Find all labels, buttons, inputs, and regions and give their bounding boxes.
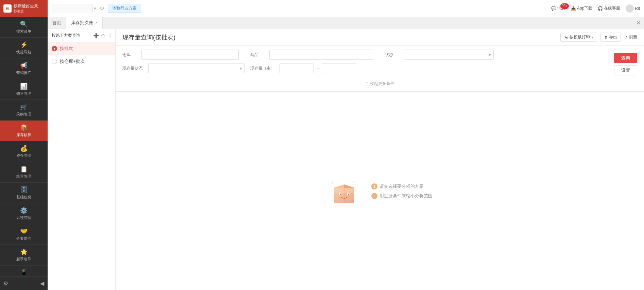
status-label: 状态 (385, 52, 402, 58)
sidebar: 6 畅康通好生意 标准版 🔍 搜索菜单 ⚡ 快捷导航 📢 营销推广 📊 销售管理… (0, 0, 48, 290)
scheme-item-batch[interactable]: ● 按批次 (48, 42, 115, 55)
print-button[interactable]: 🖨 按模板打印 ▾ (560, 33, 597, 42)
warehouse-input[interactable] (141, 50, 239, 60)
collapse-panel-icon[interactable]: 《 (107, 33, 111, 38)
product-input[interactable] (269, 50, 373, 60)
tip-number-2: 2 (371, 193, 377, 199)
sidebar-item-search[interactable]: 🔍 搜索菜单 (0, 17, 48, 38)
sidebar-item-apps[interactable]: 📱 应用中心 (0, 266, 48, 276)
search-input[interactable] (52, 4, 92, 13)
add-scheme-icon[interactable]: ➕ (93, 33, 99, 38)
query-button[interactable]: 查询 (614, 53, 637, 63)
tab-close-all-icon[interactable]: ✕ (636, 20, 641, 26)
sidebar-collapse-icon[interactable]: ◀ (40, 280, 44, 287)
inventory-qty-to[interactable] (322, 63, 356, 73)
app-version: 标准版 (14, 9, 38, 13)
tip-number-1: 1 (371, 183, 377, 189)
print-chevron-icon[interactable]: ▾ (591, 35, 593, 40)
filter-fields: 仓库 ··· 商品 ··· (122, 50, 611, 73)
svg-point-7 (340, 194, 341, 195)
tab-home[interactable]: 首页 (48, 17, 66, 29)
inactive-indicator (52, 59, 57, 64)
marketing-icon: 📢 (20, 62, 28, 69)
tabbar-right-actions: ✕ (633, 17, 644, 29)
refresh-button[interactable]: ↺ 刷新 (624, 34, 637, 40)
newuser-icon: 🌟 (20, 248, 28, 256)
sidebar-nav: 🔍 搜索菜单 ⚡ 快捷导航 📢 营销推广 📊 销售管理 🛒 采购管理 📦 库存核… (0, 17, 48, 276)
user-avatar-button[interactable]: Rit (626, 4, 640, 13)
corp-icon: 🤝 (20, 228, 28, 235)
trial-button[interactable]: 体验行业方案 (108, 4, 141, 13)
empty-tips: 1 请先选择要分析的方案 2 用过滤条件来缩小分析范围 (371, 183, 433, 199)
topbar-gear-icon[interactable]: ⚙ (100, 5, 104, 12)
finance-icon: 💰 (20, 145, 28, 152)
filter-top-row: 仓库 ··· 商品 ··· (122, 50, 637, 79)
inventory-status-select-wrap: ▾ (148, 63, 245, 73)
warehouse-more-icon[interactable]: ··· (241, 52, 245, 57)
sidebar-item-base[interactable]: 🗄️ 基础信息 (0, 183, 48, 203)
filter-row-1: 仓库 ··· 商品 ··· (122, 50, 611, 60)
scheme-item-warehouse-batch[interactable]: 按仓库+批次 (48, 55, 115, 68)
inventory-status-label: 现存量状态 (122, 66, 146, 71)
sidebar-item-operations[interactable]: 📋 经营管理 (0, 162, 48, 183)
active-indicator: ● (52, 46, 57, 51)
app-download-button[interactable]: 📥 App下载 (571, 5, 592, 11)
settings-scheme-icon[interactable]: ⊙ (101, 33, 105, 38)
page-header: 现存量查询(按批次) 🖨 按模板打印 ▾ ⬆ 导出 ↺ 刷新 (116, 29, 644, 46)
filter-warehouse: 仓库 ··· (122, 50, 245, 60)
sidebar-item-sales[interactable]: 📊 销售管理 (0, 79, 48, 100)
online-service-label: 在线客服 (604, 5, 620, 11)
inventory-qty-label: 现存量（主） (250, 66, 277, 71)
purchase-icon: 🛒 (20, 103, 28, 111)
filter-action-buttons: 查询 设置 (611, 50, 637, 79)
filter-inventory-qty: 现存量（主） — (250, 63, 379, 73)
user-name: Rit (635, 6, 640, 11)
export-button[interactable]: ⬆ 导出 (600, 33, 621, 42)
search-menu-icon: 🔍 (20, 20, 28, 28)
filter-product: 商品 ··· (250, 50, 379, 60)
sidebar-item-inventory[interactable]: 📦 库存核算 (0, 121, 48, 141)
avatar (626, 4, 634, 13)
sidebar-item-finance[interactable]: 💰 资金管理 (0, 141, 48, 162)
left-panel-header: 按以下方案查询 ➕ ⊙ 《 (48, 29, 115, 42)
product-more-icon[interactable]: ··· (375, 52, 379, 57)
status-select[interactable] (404, 50, 494, 60)
sidebar-item-purchase[interactable]: 🛒 采购管理 (0, 100, 48, 121)
sidebar-item-corp[interactable]: 🤝 企业协同 (0, 224, 48, 245)
svg-text:✦: ✦ (331, 181, 334, 185)
collapse-more-button[interactable]: ⌃ 收起更多条件 (122, 79, 637, 87)
page-title: 现存量查询(按批次) (122, 33, 175, 41)
warehouse-label: 仓库 (122, 52, 139, 58)
product-label: 商品 (250, 52, 267, 58)
empty-state: ✦ ✦ ✦ 1 请先选择要分析的方案 2 用过滤条件来缩小分析范围 (116, 92, 644, 290)
right-content: 现存量查询(按批次) 🖨 按模板打印 ▾ ⬆ 导出 ↺ 刷新 (116, 29, 644, 290)
page-header-actions: 🖨 按模板打印 ▾ ⬆ 导出 ↺ 刷新 (560, 33, 637, 42)
inventory-qty-from[interactable] (279, 63, 313, 73)
inventory-status-select[interactable] (148, 63, 245, 73)
tab-inventory-batch[interactable]: 库存批次账 × (66, 17, 103, 29)
app-name: 畅康通好生意 (14, 4, 38, 9)
base-icon: 🗄️ (20, 186, 28, 194)
svg-marker-1 (334, 184, 344, 188)
search-chevron-icon[interactable]: ▾ (94, 6, 96, 11)
scheme-batch-label: 按批次 (60, 46, 73, 52)
sidebar-item-newuser[interactable]: 🌟 新手引导 (0, 245, 48, 266)
range-dash: — (316, 66, 320, 71)
online-service-button[interactable]: 🎧 在线客服 (598, 5, 620, 11)
headset-icon: 🎧 (598, 6, 603, 11)
settings-button[interactable]: 设置 (614, 65, 637, 75)
messages-button[interactable]: 💬 消息 99+ (551, 5, 565, 11)
tab-close-icon[interactable]: × (95, 21, 98, 25)
sidebar-item-system[interactable]: ⚙️ 系统管理 (0, 203, 48, 224)
message-icon: 💬 (551, 6, 556, 11)
refresh-icon: ↺ (624, 35, 628, 40)
sidebar-item-marketing[interactable]: 📢 营销推广 (0, 58, 48, 79)
printer-icon: 🖨 (564, 35, 568, 40)
sidebar-settings-icon[interactable]: ⚙ (3, 280, 8, 287)
tabs-wrap: 首页 库存批次账 × (48, 17, 633, 29)
sidebar-header: 6 畅康通好生意 标准版 (0, 0, 48, 17)
inventory-icon: 📦 (20, 124, 28, 131)
sidebar-item-shortcut[interactable]: ⚡ 快捷导航 (0, 38, 48, 58)
filter-area: 仓库 ··· 商品 ··· (116, 46, 644, 92)
empty-illustration: ✦ ✦ ✦ (327, 174, 361, 208)
